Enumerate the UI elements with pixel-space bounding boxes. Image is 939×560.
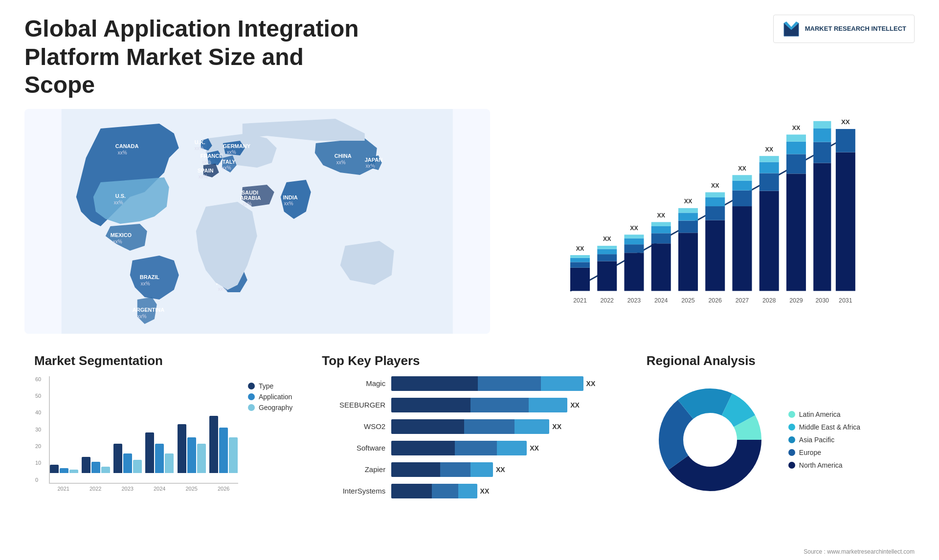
svg-text:2031: 2031 xyxy=(839,297,852,304)
player-zapier-val: XX xyxy=(496,466,505,474)
svg-rect-42 xyxy=(759,173,779,191)
player-bars-list: Magic XX SEEBURGER xyxy=(322,376,617,498)
latin-america-dot xyxy=(788,411,795,418)
italy-label: ITALY xyxy=(221,159,236,165)
player-intersystems: InterSystems XX xyxy=(322,484,617,498)
svg-text:XX: XX xyxy=(792,125,800,131)
regional-section: Regional Analysis xyxy=(637,348,915,534)
svg-rect-31 xyxy=(705,197,725,206)
page-title: Global Application Integration Platform … xyxy=(24,15,367,99)
seg-bar-group-2023 xyxy=(113,444,142,473)
svg-rect-29 xyxy=(705,220,725,291)
svg-rect-43 xyxy=(759,162,779,173)
player-wso2-name: WSO2 xyxy=(322,422,385,431)
reg-legend-middle-east: Middle East & Africa xyxy=(788,423,860,431)
asia-pacific-label: Asia Pacific xyxy=(799,436,834,444)
legend-type-dot xyxy=(248,383,255,389)
seg-bar-group-2024 xyxy=(145,432,174,473)
svg-rect-54 xyxy=(813,142,831,163)
europe-label: Europe xyxy=(799,449,821,456)
svg-rect-30 xyxy=(705,206,725,220)
logo-box: MARKET RESEARCH INTELLECT xyxy=(773,15,915,43)
svg-rect-47 xyxy=(786,173,805,291)
reg-legend-north-america: North America xyxy=(788,461,860,469)
player-zapier-bar: XX xyxy=(391,462,617,477)
player-intersystems-val: XX xyxy=(480,487,490,495)
legend-app-label: Application xyxy=(259,393,292,401)
donut-svg xyxy=(647,376,774,503)
svg-rect-44 xyxy=(759,156,779,162)
player-software-bar: XX xyxy=(391,441,617,455)
italy-value: xx% xyxy=(222,165,231,171)
segmentation-title: Market Segmentation xyxy=(34,353,292,368)
seg-bar-group-2022 xyxy=(82,457,111,473)
svg-rect-24 xyxy=(678,220,697,233)
svg-rect-5 xyxy=(597,261,617,291)
japan-value: xx% xyxy=(366,163,375,169)
svg-rect-41 xyxy=(759,191,779,291)
player-magic-bar: XX xyxy=(391,376,617,391)
uk-value: xx% xyxy=(195,146,204,151)
svg-rect-14 xyxy=(624,235,644,238)
player-magic-val: XX xyxy=(586,380,596,388)
logo-text: MARKET RESEARCH INTELLECT xyxy=(805,25,906,33)
bottom-section: Market Segmentation 6050403020100 xyxy=(24,348,915,534)
seg-bar-group-2025 xyxy=(178,424,206,473)
svg-text:2028: 2028 xyxy=(762,297,776,304)
svg-rect-20 xyxy=(651,222,671,226)
svg-text:2023: 2023 xyxy=(627,297,641,304)
world-map: CANADA xx% U.S. xx% MEXICO xx% BRAZIL xx… xyxy=(24,109,490,334)
svg-text:2024: 2024 xyxy=(654,297,668,304)
logo-area: MARKET RESEARCH INTELLECT xyxy=(773,15,915,43)
player-intersystems-name: InterSystems xyxy=(322,487,385,495)
canada-label: CANADA xyxy=(115,143,139,149)
bar-2021-seg2 xyxy=(570,262,590,267)
growth-svg: XX 2021 XX 2022 XX 2023 xyxy=(524,119,905,314)
player-magic-name: Magic xyxy=(322,379,385,388)
svg-rect-23 xyxy=(678,233,697,291)
svg-rect-26 xyxy=(678,208,697,213)
svg-rect-60 xyxy=(835,129,855,152)
bar-2021-label: 2021 xyxy=(573,297,587,304)
bar-2021-seg3 xyxy=(570,258,590,262)
player-magic: Magic XX xyxy=(322,376,617,391)
svg-rect-38 xyxy=(732,175,752,180)
china-value: xx% xyxy=(336,160,346,165)
svg-text:2025: 2025 xyxy=(681,297,695,304)
mexico-value: xx% xyxy=(113,239,122,244)
svg-rect-8 xyxy=(597,246,617,249)
page: Global Application Integration Platform … xyxy=(0,0,939,560)
middle-east-label: Middle East & Africa xyxy=(799,423,860,431)
player-software: Software XX xyxy=(322,441,617,455)
regional-content: Latin America Middle East & Africa Asia … xyxy=(647,376,905,503)
saudi-label2: ARABIA xyxy=(240,195,261,201)
svg-text:XX: XX xyxy=(738,165,746,172)
middle-east-dot xyxy=(788,424,795,431)
legend-geo-label: Geography xyxy=(259,404,292,411)
seg-bar-group-2026 xyxy=(209,416,238,473)
china-label: CHINA xyxy=(335,153,352,159)
brazil-value: xx% xyxy=(141,281,150,286)
player-zapier-name: Zapier xyxy=(322,465,385,474)
svg-rect-25 xyxy=(678,213,697,220)
svg-rect-35 xyxy=(732,206,752,291)
regional-legend: Latin America Middle East & Africa Asia … xyxy=(788,410,860,469)
us-value: xx% xyxy=(114,200,123,205)
top-section: CANADA xx% U.S. xx% MEXICO xx% BRAZIL xx… xyxy=(24,109,915,334)
svg-rect-53 xyxy=(813,163,831,291)
svg-text:2029: 2029 xyxy=(789,297,803,304)
svg-rect-12 xyxy=(624,244,644,253)
latin-america-label: Latin America xyxy=(799,410,841,418)
svg-rect-48 xyxy=(786,154,805,173)
player-wso2-bar: XX xyxy=(391,419,617,434)
india-value: xx% xyxy=(284,201,293,206)
seg-x-axis: 2021 2022 2023 2024 2025 2026 xyxy=(49,486,238,492)
reg-legend-latin-america: Latin America xyxy=(788,410,860,418)
svg-text:XX: XX xyxy=(841,119,850,126)
map-container: CANADA xx% U.S. xx% MEXICO xx% BRAZIL xx… xyxy=(24,109,490,334)
donut-chart xyxy=(647,376,774,503)
players-title: Top Key Players xyxy=(322,353,617,368)
germany-value: xx% xyxy=(227,150,236,155)
north-america-dot xyxy=(788,462,795,469)
spain-label: SPAIN xyxy=(198,168,214,173)
